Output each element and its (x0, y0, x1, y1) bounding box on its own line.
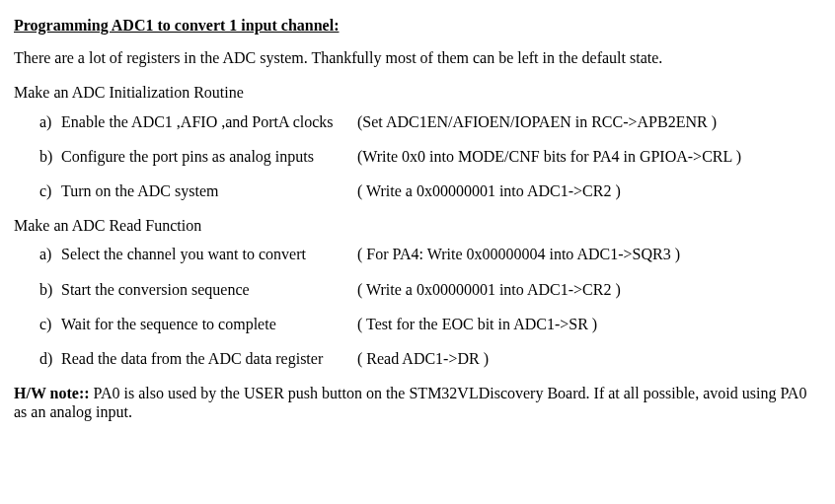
list-item: c) Turn on the ADC system ( Write a 0x00… (14, 181, 821, 200)
item-marker: b) (14, 147, 61, 166)
item-step: Configure the port pins as analog inputs (61, 147, 357, 166)
hw-note: H/W note:: PA0 is also used by the USER … (14, 384, 821, 421)
read-heading: Make an ADC Read Function (14, 216, 821, 235)
item-detail: (Write 0x0 into MODE/CNF bits for PA4 in… (357, 147, 821, 166)
item-detail: (Set ADC1EN/AFIOEN/IOPAEN in RCC->APB2EN… (357, 112, 821, 131)
item-step: Turn on the ADC system (61, 181, 357, 200)
init-heading: Make an ADC Initialization Routine (14, 83, 821, 102)
item-marker: c) (14, 181, 61, 200)
item-step: Select the channel you want to convert (61, 245, 357, 263)
list-item: d) Read the data from the ADC data regis… (14, 349, 821, 368)
item-marker: a) (14, 112, 61, 131)
list-item: b) Configure the port pins as analog inp… (14, 147, 821, 166)
item-marker: a) (14, 245, 61, 263)
item-step: Start the conversion sequence (61, 280, 357, 299)
read-list: a) Select the channel you want to conver… (14, 245, 821, 368)
item-detail: ( Write a 0x00000001 into ADC1->CR2 ) (357, 280, 821, 299)
doc-title: Programming ADC1 to convert 1 input chan… (14, 16, 821, 35)
item-marker: c) (14, 315, 61, 333)
item-detail: ( Read ADC1->DR ) (357, 349, 821, 368)
item-marker: d) (14, 349, 61, 368)
item-marker: b) (14, 280, 61, 299)
init-list: a) Enable the ADC1 ,AFIO ,and PortA cloc… (14, 112, 821, 201)
list-item: a) Enable the ADC1 ,AFIO ,and PortA cloc… (14, 112, 821, 131)
item-detail: ( Write a 0x00000001 into ADC1->CR2 ) (357, 181, 821, 200)
intro-paragraph: There are a lot of registers in the ADC … (14, 48, 821, 67)
hw-note-text: PA0 is also used by the USER push button… (14, 385, 806, 420)
item-step: Read the data from the ADC data register (61, 349, 357, 368)
hw-note-label: H/W note:: (14, 385, 90, 401)
item-detail: ( For PA4: Write 0x00000004 into ADC1->S… (357, 245, 821, 263)
item-detail: ( Test for the EOC bit in ADC1->SR ) (357, 315, 821, 333)
list-item: b) Start the conversion sequence ( Write… (14, 280, 821, 299)
item-step: Wait for the sequence to complete (61, 315, 357, 333)
item-step: Enable the ADC1 ,AFIO ,and PortA clocks (61, 112, 357, 131)
list-item: a) Select the channel you want to conver… (14, 245, 821, 263)
list-item: c) Wait for the sequence to complete ( T… (14, 315, 821, 333)
